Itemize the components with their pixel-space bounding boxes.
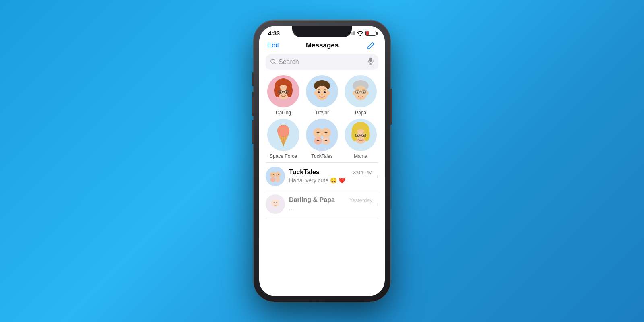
tucktales-label: TuckTales [311, 153, 333, 159]
messages-title: Messages [306, 41, 339, 50]
svg-point-39 [278, 133, 281, 135]
search-icon [270, 59, 276, 66]
svg-point-30 [357, 92, 358, 93]
svg-point-10 [280, 92, 281, 93]
pinned-contact-mama[interactable]: Mama [343, 119, 378, 159]
svg-point-14 [316, 86, 328, 100]
trevor-label: Trevor [315, 110, 329, 116]
papa-label: Papa [355, 110, 366, 116]
battery-icon [365, 31, 376, 36]
svg-point-11 [286, 92, 287, 93]
wifi-icon [357, 31, 363, 36]
notch [292, 26, 352, 37]
nav-bar: Edit Messages [266, 38, 378, 54]
darling-avatar [267, 75, 299, 107]
tucktales-msg-content: TuckTales 3:04 PM Haha, very cute 😄 ❤️ [289, 169, 372, 184]
phone-wrapper: 4:33 [254, 20, 390, 302]
power-button[interactable] [390, 89, 392, 125]
message-list: TuckTales 3:04 PM Haha, very cute 😄 ❤️ › [266, 162, 378, 218]
status-time: 4:33 [268, 30, 280, 37]
svg-point-75 [276, 202, 277, 203]
mama-label: Mama [354, 153, 367, 159]
svg-point-44 [322, 137, 330, 145]
darling-papa-content: Darling & Papa Yesterday ... [289, 196, 372, 212]
svg-point-56 [351, 128, 358, 141]
svg-point-18 [324, 91, 326, 93]
svg-point-48 [326, 132, 328, 133]
svg-point-50 [318, 140, 319, 141]
pinned-contact-papa[interactable]: Papa [343, 75, 378, 116]
space-force-label: Space Force [270, 153, 297, 159]
darling-papa-time: Yesterday [349, 197, 372, 203]
svg-point-17 [318, 91, 320, 93]
svg-point-70 [277, 174, 277, 175]
svg-point-21 [321, 94, 323, 95]
svg-point-66 [270, 177, 275, 182]
svg-point-73 [271, 199, 279, 207]
svg-point-15 [314, 91, 317, 95]
svg-point-43 [314, 137, 322, 145]
svg-point-61 [357, 135, 358, 136]
svg-point-65 [275, 172, 281, 178]
space-force-avatar [267, 119, 299, 151]
svg-point-49 [317, 140, 318, 141]
svg-point-64 [270, 172, 276, 178]
tucktales-msg-time: 3:04 PM [353, 169, 372, 175]
search-placeholder: Search [279, 58, 365, 66]
svg-point-46 [318, 132, 320, 133]
svg-point-67 [275, 177, 280, 182]
chevron-icon-2: › [376, 201, 378, 207]
background: 4:33 [254, 20, 390, 302]
papa-avatar [345, 75, 377, 107]
mute-button[interactable] [252, 72, 254, 86]
tucktales-msg-name: TuckTales [289, 169, 320, 176]
volume-down-button[interactable] [252, 120, 254, 144]
pinned-contact-trevor[interactable]: Trevor [304, 75, 340, 116]
svg-point-20 [325, 91, 326, 92]
svg-point-42 [321, 128, 331, 138]
svg-point-62 [363, 135, 365, 136]
message-item-tucktales[interactable]: TuckTales 3:04 PM Haha, very cute 😄 ❤️ › [266, 163, 378, 190]
svg-point-45 [317, 132, 318, 133]
svg-point-51 [325, 140, 326, 141]
chevron-icon: › [376, 173, 378, 180]
svg-point-57 [363, 128, 370, 141]
svg-point-74 [274, 202, 275, 203]
phone-screen: 4:33 [259, 26, 385, 296]
message-item-darling-papa[interactable]: Darling & Papa Yesterday ... › [266, 190, 378, 218]
pinned-contact-tucktales[interactable]: TuckTales [304, 119, 340, 159]
mama-avatar [345, 119, 377, 151]
svg-point-52 [326, 140, 327, 141]
screen-content: Edit Messages [259, 38, 385, 218]
svg-rect-1 [369, 58, 372, 62]
trevor-avatar [306, 75, 338, 107]
volume-up-button[interactable] [252, 92, 254, 116]
pinned-grid: Darling [266, 75, 378, 159]
darling-papa-name: Darling & Papa [289, 196, 335, 204]
pinned-contact-darling[interactable]: Darling [266, 75, 301, 116]
svg-point-31 [363, 92, 365, 93]
compose-button[interactable] [365, 40, 377, 51]
darling-papa-avatar [266, 194, 285, 214]
search-bar[interactable]: Search [266, 54, 378, 70]
svg-point-69 [273, 174, 274, 175]
svg-point-71 [278, 174, 279, 175]
svg-point-63 [266, 167, 285, 186]
microphone-icon[interactable] [368, 58, 374, 66]
svg-point-68 [272, 174, 272, 175]
tucktales-avatar [306, 119, 338, 151]
svg-point-19 [319, 91, 320, 92]
tucktales-msg-avatar [266, 167, 285, 186]
svg-point-24 [354, 86, 367, 100]
pinned-contact-space-force[interactable]: Space Force [266, 119, 301, 159]
tucktales-msg-preview: Haha, very cute 😄 ❤️ [289, 177, 345, 184]
darling-label: Darling [276, 110, 291, 116]
edit-button[interactable]: Edit [267, 41, 279, 50]
darling-papa-preview: ... [289, 205, 294, 211]
svg-point-47 [325, 132, 326, 133]
svg-point-16 [327, 91, 330, 95]
